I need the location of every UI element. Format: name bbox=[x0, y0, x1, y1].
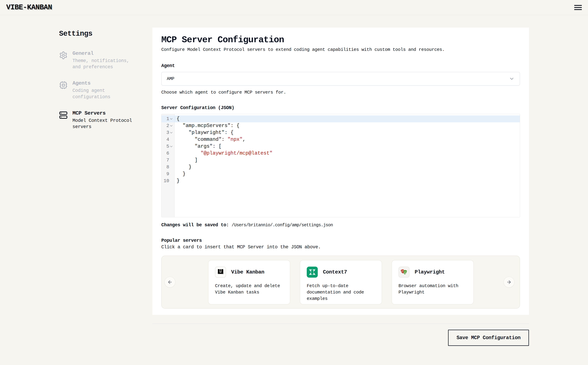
sidebar-item-general[interactable]: GeneralTheme, notifications, and prefere… bbox=[59, 51, 140, 70]
line-number: 2 bbox=[166, 122, 169, 129]
fold-chevron-empty bbox=[169, 165, 173, 169]
fold-chevron-icon[interactable] bbox=[169, 117, 173, 121]
server-carousel: Vibe KanbanCreate, update and delete Vib… bbox=[161, 256, 520, 309]
sidebar-item-label: General bbox=[73, 51, 140, 56]
code-line: "@playwright/mcp@latest" bbox=[175, 150, 520, 157]
save-mcp-configuration-button[interactable]: Save MCP Configuration bbox=[448, 330, 529, 346]
code-line: } bbox=[175, 171, 520, 177]
editor-label: Server Configuration (JSON) bbox=[161, 105, 520, 111]
agent-label: Agent bbox=[161, 63, 520, 68]
line-number: 8 bbox=[166, 164, 169, 171]
fold-chevron-empty bbox=[169, 172, 173, 176]
line-number: 5 bbox=[166, 143, 169, 150]
sidebar-item-label: MCP Servers bbox=[73, 111, 140, 116]
gutter-line: 5 bbox=[162, 143, 174, 150]
agent-help-text: Choose which agent to configure MCP serv… bbox=[161, 90, 520, 95]
page-title: MCP Server Configuration bbox=[161, 35, 520, 45]
server-card-title: Vibe Kanban bbox=[231, 269, 264, 275]
gutter-line: 7 bbox=[162, 157, 174, 164]
line-number: 6 bbox=[166, 150, 169, 157]
context7-logo-icon bbox=[307, 267, 318, 278]
sidebar-item-mcp-servers[interactable]: MCP ServersModel Context Protocol server… bbox=[59, 111, 140, 130]
vibe-kanban-logo-icon bbox=[215, 267, 226, 278]
agent-select-value: AMP bbox=[167, 76, 174, 81]
fold-chevron-empty bbox=[169, 158, 173, 162]
code-line: "args": [ bbox=[175, 143, 520, 150]
carousel-prev-button[interactable] bbox=[164, 277, 176, 288]
code-line: } bbox=[175, 177, 520, 184]
save-path-value: /Users/britannio/.config/amp/settings.js… bbox=[232, 223, 333, 228]
app-logo: VIBE-KANBAN bbox=[6, 3, 52, 12]
server-card-title: Context7 bbox=[323, 269, 347, 275]
chevron-down-icon bbox=[509, 76, 514, 82]
content-wrapper: Settings GeneralTheme, notifications, an… bbox=[59, 28, 529, 346]
line-number: 3 bbox=[166, 129, 169, 136]
sidebar-item-description: Model Context Protocol servers bbox=[73, 118, 140, 130]
save-path-label: Changes will be saved to: bbox=[161, 223, 229, 228]
code-line: "command": "npx", bbox=[175, 136, 520, 143]
line-number: 1 bbox=[166, 115, 169, 122]
chip-icon bbox=[59, 80, 68, 100]
mcp-config-panel: MCP Server Configuration Configure Model… bbox=[152, 28, 529, 315]
server-card-vibe-kanban[interactable]: Vibe KanbanCreate, update and delete Vib… bbox=[208, 260, 290, 304]
server-icon bbox=[59, 111, 68, 130]
popular-servers-subtitle: Click a card to insert that MCP Server i… bbox=[161, 245, 520, 250]
gutter-line: 6 bbox=[162, 150, 174, 157]
top-bar: VIBE-KANBAN bbox=[0, 0, 588, 15]
fold-chevron-empty bbox=[169, 138, 173, 142]
gutter-line: 3 bbox=[162, 129, 174, 136]
code-line: { bbox=[175, 115, 520, 122]
fold-chevron-empty bbox=[169, 151, 173, 155]
sidebar-item-agents[interactable]: AgentsCoding agent configurations bbox=[59, 80, 140, 100]
line-number: 7 bbox=[166, 157, 169, 164]
server-card-description: Browser automation with Playwright bbox=[399, 283, 467, 295]
gutter-line: 1 bbox=[162, 115, 174, 122]
sidebar-item-label: Agents bbox=[73, 80, 140, 86]
agent-section: Agent AMP Choose which agent to configur… bbox=[161, 63, 520, 95]
code-line: ] bbox=[175, 157, 520, 164]
footer: Save MCP Configuration bbox=[152, 323, 529, 346]
fold-chevron-icon[interactable] bbox=[169, 124, 173, 128]
editor-gutter: 12345678910 bbox=[162, 114, 175, 217]
server-card-description: Create, update and delete Vibe Kanban ta… bbox=[215, 283, 283, 295]
gutter-line: 2 bbox=[162, 122, 174, 129]
editor-section: Server Configuration (JSON) 12345678910 … bbox=[161, 105, 520, 228]
server-card-description: Fetch up-to-date documentation and code … bbox=[307, 283, 375, 302]
page-subtitle: Configure Model Context Protocol servers… bbox=[161, 47, 520, 52]
gutter-line: 9 bbox=[162, 171, 174, 177]
footer-divider bbox=[152, 323, 529, 324]
sidebar-item-description: Theme, notifications, and preferences bbox=[73, 58, 140, 70]
server-card-context7[interactable]: Context7Fetch up-to-date documentation a… bbox=[300, 260, 382, 304]
arrow-right-icon bbox=[507, 280, 512, 285]
fold-chevron-icon[interactable] bbox=[169, 144, 173, 148]
gear-icon bbox=[59, 51, 68, 70]
save-path-row: Changes will be saved to: /Users/britann… bbox=[161, 223, 520, 228]
line-number: 4 bbox=[166, 136, 169, 143]
json-editor[interactable]: 12345678910 { "amp.mcpServers": { "playw… bbox=[161, 114, 520, 217]
code-line: "amp.mcpServers": { bbox=[175, 122, 520, 129]
agent-select[interactable]: AMP bbox=[161, 72, 520, 86]
popular-servers-section: Popular servers Click a card to insert t… bbox=[161, 238, 520, 309]
gutter-line: 8 bbox=[162, 164, 174, 171]
popular-servers-title: Popular servers bbox=[161, 238, 520, 243]
code-line: } bbox=[175, 164, 520, 171]
arrow-left-icon bbox=[167, 280, 172, 285]
playwright-masks-icon bbox=[399, 267, 410, 278]
fold-chevron-icon[interactable] bbox=[169, 131, 173, 135]
hamburger-menu-icon[interactable] bbox=[574, 4, 582, 11]
gutter-line: 4 bbox=[162, 136, 174, 143]
sidebar-title: Settings bbox=[59, 30, 140, 38]
carousel-next-button[interactable] bbox=[503, 277, 514, 288]
settings-sidebar: Settings GeneralTheme, notifications, an… bbox=[59, 28, 140, 346]
server-card-playwright[interactable]: PlaywrightBrowser automation with Playwr… bbox=[392, 260, 474, 304]
code-line: "playwright": { bbox=[175, 129, 520, 136]
server-card-title: Playwright bbox=[415, 269, 445, 275]
line-number: 9 bbox=[166, 171, 169, 177]
sidebar-item-description: Coding agent configurations bbox=[73, 88, 140, 100]
line-number: 10 bbox=[164, 177, 169, 184]
gutter-line: 10 bbox=[162, 177, 174, 184]
editor-code-area[interactable]: { "amp.mcpServers": { "playwright": { "c… bbox=[175, 114, 520, 217]
fold-chevron-empty bbox=[169, 179, 173, 183]
